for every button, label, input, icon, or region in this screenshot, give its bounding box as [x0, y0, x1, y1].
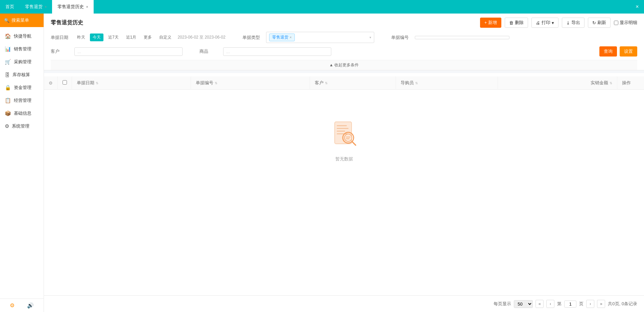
volume-icon[interactable]: 🔊: [27, 302, 34, 309]
sidebar-item-label: 库存核算: [13, 72, 30, 78]
sidebar-item-finance-mgmt[interactable]: 🔒 资金管理: [0, 81, 44, 94]
th-guide-sort[interactable]: 导购员 ⇅: [401, 80, 493, 86]
settings-icon[interactable]: ⚙: [10, 302, 15, 309]
select-all-checkbox[interactable]: [63, 80, 67, 85]
sidebar-item-purchase-mgmt[interactable]: 🛒 采购管理: [0, 55, 44, 68]
window-close-button[interactable]: ×: [630, 0, 644, 14]
page-size-select[interactable]: 50 20 100: [514, 300, 533, 308]
tab-list: 首页 零售退货 × 零售退货历史 ×: [0, 0, 630, 14]
show-detail-checkbox[interactable]: [614, 21, 618, 25]
doc-type-filter-label: 单据类型: [242, 35, 263, 41]
last-page-button[interactable]: »: [597, 300, 605, 308]
date-btn-last7[interactable]: 近7天: [105, 34, 121, 41]
sidebar-item-quick-nav[interactable]: 🏠 快捷导航: [0, 30, 44, 43]
th-amount-sort[interactable]: 实销金额 ⇅: [503, 80, 612, 86]
total-info: 共0页, 0条记录: [608, 301, 637, 307]
customer-input[interactable]: ...: [74, 47, 183, 56]
sidebar-item-system-mgmt[interactable]: ⚙ 系统管理: [0, 120, 44, 133]
th-number-sort[interactable]: 单据编号 ⇅: [196, 80, 305, 86]
table-section: ⚙ 单据日期 ⇅: [44, 73, 644, 312]
sort-icon: ⇅: [96, 81, 98, 85]
delete-icon: 🗑: [509, 20, 514, 25]
print-icon: 🖨: [536, 20, 540, 25]
doc-type-select[interactable]: 零售退货 × ▾: [266, 32, 374, 43]
doc-number-input[interactable]: [415, 36, 509, 39]
sidebar-item-inventory-calc[interactable]: 🗄 库存核算: [0, 68, 44, 81]
date-btn-more[interactable]: 更多: [141, 34, 154, 41]
svg-rect-1: [337, 125, 347, 126]
page-title: 零售退货历史: [51, 19, 83, 26]
th-number: 单据编号 ⇅: [191, 76, 310, 90]
sidebar-item-sales-mgmt[interactable]: 📊 销售管理: [0, 43, 44, 55]
sidebar-item-label: 采购管理: [14, 59, 31, 65]
tab-retail-return[interactable]: 零售退货 ×: [20, 0, 52, 14]
next-page-button[interactable]: ›: [586, 300, 594, 308]
svg-rect-3: [337, 131, 345, 132]
doc-number-filter-label: 单据编号: [391, 35, 411, 41]
svg-point-6: [344, 134, 352, 141]
empty-text: 暂无数据: [335, 156, 353, 162]
sidebar-search-label: 搜索菜单: [11, 17, 29, 23]
th-date-sort[interactable]: 单据日期 ⇅: [77, 80, 186, 86]
sort-icon: ⇅: [610, 81, 612, 85]
new-button[interactable]: + 新增: [480, 18, 501, 28]
ops-icon: 📋: [5, 97, 11, 104]
sidebar-search[interactable]: 🔍 搜索菜单: [0, 14, 44, 27]
query-button[interactable]: 查询: [599, 46, 617, 57]
sort-icon: ⇅: [415, 81, 418, 85]
gear-icon[interactable]: ⚙: [49, 81, 53, 86]
first-page-button[interactable]: «: [535, 300, 544, 308]
system-icon: ⚙: [5, 123, 9, 129]
doc-type-tag-remove[interactable]: ×: [290, 36, 292, 39]
goods-input[interactable]: ...: [223, 47, 331, 56]
date-btn-last-month[interactable]: 近1月: [123, 34, 139, 41]
filter-section: 零售退货历史 + 新增 🗑 删除 🖨 打印 ▾ ⤓: [44, 14, 644, 70]
top-bar: 首页 零售退货 × 零售退货历史 × ×: [0, 0, 644, 14]
print-button[interactable]: 🖨 打印 ▾: [531, 18, 558, 28]
page-title-row: 零售退货历史 + 新增 🗑 删除 🖨 打印 ▾ ⤓: [51, 18, 637, 28]
doc-type-tag: 零售退货 ×: [269, 34, 295, 41]
export-button[interactable]: ⤓ 导出: [562, 18, 585, 28]
finance-icon: 🔒: [5, 85, 11, 91]
settings-button[interactable]: 设置: [620, 46, 637, 57]
page-label: 第: [557, 301, 562, 307]
svg-line-7: [352, 141, 356, 145]
sidebar: 🔍 搜索菜单 🏠 快捷导航 📊 销售管理 🛒 采购管理 🗄 库存核算 🔒: [0, 14, 44, 312]
th-gear: ⚙: [44, 76, 58, 90]
tab-retail-return-history[interactable]: 零售退货历史 ×: [52, 0, 93, 14]
th-action: 操作: [617, 76, 644, 90]
svg-rect-4: [337, 133, 348, 134]
print-dropdown-icon: ▾: [552, 20, 554, 25]
refresh-button[interactable]: ↻ 刷新: [588, 18, 611, 28]
th-customer-sort[interactable]: 客户 ⇅: [315, 80, 391, 86]
base-icon: 📦: [5, 110, 11, 116]
sidebar-item-label: 销售管理: [14, 46, 31, 52]
sales-icon: 📊: [5, 46, 11, 52]
tab-retail-return-close[interactable]: ×: [45, 5, 47, 9]
th-customer: 客户 ⇅: [310, 76, 396, 90]
th-guide: 导购员 ⇅: [396, 76, 498, 90]
data-table: ⚙ 单据日期 ⇅: [44, 76, 644, 189]
sidebar-nav: 🏠 快捷导航 📊 销售管理 🛒 采购管理 🗄 库存核算 🔒 资金管理 📋: [0, 27, 44, 298]
delete-button[interactable]: 🗑 删除: [505, 18, 528, 28]
page-number-input[interactable]: [564, 300, 576, 308]
page-size-label: 每页显示: [494, 301, 511, 307]
filter-row-2: 客户 ... 商品 ... 查询 设置: [51, 46, 637, 57]
tab-retail-return-history-close[interactable]: ×: [86, 5, 88, 9]
goods-filter-label: 商品: [199, 48, 220, 54]
sidebar-item-label: 快捷导航: [14, 33, 31, 39]
date-btn-today[interactable]: 今天: [90, 34, 103, 41]
show-detail-checkbox-label[interactable]: 显示明细: [614, 20, 637, 26]
tab-home[interactable]: 首页: [0, 0, 20, 14]
prev-page-button[interactable]: ‹: [546, 300, 554, 308]
sidebar-item-ops-mgmt[interactable]: 📋 经营管理: [0, 94, 44, 107]
date-btn-yesterday[interactable]: 昨天: [74, 34, 88, 41]
sidebar-item-base-info[interactable]: 📦 基础信息: [0, 107, 44, 120]
search-icon: 🔍: [4, 18, 9, 23]
page-actions: + 新增 🗑 删除 🖨 打印 ▾ ⤓ 导出: [480, 18, 637, 28]
sort-icon: ⇅: [325, 81, 328, 85]
date-filter-group: 昨天 今天 近7天 近1月 更多 自定义: [74, 34, 174, 41]
sidebar-item-label: 资金管理: [14, 85, 31, 91]
date-btn-custom[interactable]: 自定义: [157, 34, 174, 41]
collapse-bar[interactable]: ▲ 收起更多条件: [51, 60, 637, 70]
